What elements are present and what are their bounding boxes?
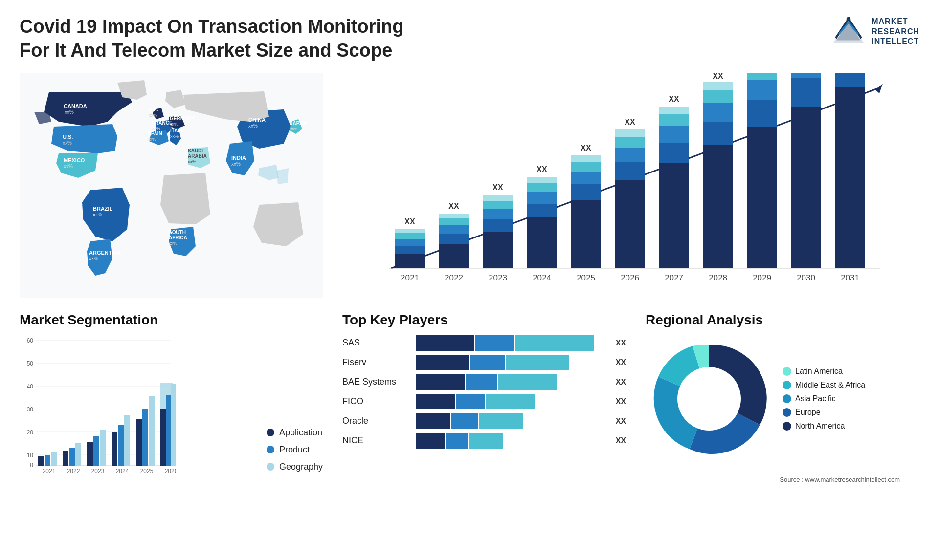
- segmentation-svg: 60 50 40 30 20 10 0: [20, 335, 176, 477]
- label-saudi: SAUDI: [188, 148, 203, 153]
- player-bar-bae: [416, 374, 608, 390]
- player-row-nice: NICE XX: [342, 433, 626, 449]
- svg-rect-44: [527, 192, 557, 204]
- svg-text:xx%: xx%: [64, 164, 73, 169]
- player-bar-sas: [416, 335, 608, 351]
- label-china: CHINA: [248, 117, 266, 123]
- player-row-bae: BAE Systems XX: [342, 374, 626, 390]
- svg-rect-58: [615, 129, 645, 137]
- svg-text:20: 20: [27, 429, 34, 436]
- svg-rect-34: [439, 214, 469, 218]
- page-title: Covid 19 Impact On Transaction Monitorin…: [20, 15, 421, 63]
- label-italy: ITALY: [170, 128, 184, 133]
- svg-rect-116: [87, 442, 93, 466]
- label-us: U.S.: [63, 134, 73, 140]
- svg-rect-40: [483, 195, 513, 201]
- svg-rect-46: [527, 177, 557, 183]
- svg-rect-60: [659, 163, 689, 268]
- svg-rect-114: [69, 448, 75, 466]
- donut-hole: [677, 367, 741, 431]
- svg-rect-25: [395, 246, 425, 254]
- svg-rect-52: [571, 155, 601, 162]
- svg-text:xx%: xx%: [63, 140, 72, 146]
- svg-rect-78: [791, 78, 821, 107]
- svg-text:2028: 2028: [709, 273, 727, 282]
- segmentation-section: Market Segmentation 60 50 40 30 20 10 0: [20, 312, 333, 472]
- svg-text:XX: XX: [404, 217, 415, 226]
- svg-text:XX: XX: [625, 118, 635, 126]
- svg-rect-81: [835, 87, 865, 268]
- seg-bars-container: 60 50 40 30 20 10 0: [20, 335, 257, 472]
- svg-text:2025: 2025: [140, 468, 154, 474]
- svg-rect-55: [615, 162, 645, 180]
- legend-north-america: North America: [782, 422, 865, 431]
- svg-text:50: 50: [27, 360, 34, 367]
- svg-text:XX: XX: [713, 73, 723, 80]
- svg-text:60: 60: [27, 337, 34, 344]
- donut-area: Latin America Middle East & Africa Asia …: [646, 335, 919, 462]
- player-bar-nice: [416, 433, 608, 449]
- svg-text:xx%: xx%: [231, 161, 241, 167]
- svg-text:2024: 2024: [533, 273, 551, 282]
- svg-rect-72: [747, 127, 777, 268]
- svg-rect-128: [160, 409, 165, 466]
- label-brazil: BRAZIL: [93, 206, 113, 212]
- svg-point-3: [847, 17, 851, 21]
- svg-text:40: 40: [27, 383, 34, 390]
- svg-text:xx%: xx%: [169, 241, 177, 246]
- player-bar-oracle: [416, 413, 608, 429]
- label-mexico: MEXICO: [64, 157, 85, 163]
- svg-rect-82: [835, 73, 865, 87]
- svg-text:2021: 2021: [43, 468, 56, 474]
- svg-rect-118: [100, 430, 106, 466]
- svg-text:2024: 2024: [116, 468, 129, 474]
- svg-text:2026: 2026: [621, 273, 639, 282]
- svg-rect-121: [124, 415, 130, 466]
- svg-text:xx%: xx%: [93, 212, 102, 217]
- svg-rect-130: [171, 384, 176, 466]
- svg-text:2022: 2022: [67, 468, 80, 474]
- svg-text:xx%: xx%: [170, 134, 179, 139]
- svg-text:XX: XX: [492, 183, 503, 192]
- svg-text:xx%: xx%: [89, 256, 98, 261]
- regional-section: Regional Analysis Latin Ame: [636, 312, 919, 462]
- svg-rect-115: [75, 443, 81, 466]
- map-section: CANADA xx% U.S. xx% MEXICO xx% BRAZIL xx…: [20, 68, 333, 302]
- player-row-sas: SAS XX: [342, 335, 626, 351]
- bar-chart-section: XX XX XX XX: [333, 68, 919, 302]
- svg-text:2027: 2027: [665, 273, 683, 282]
- svg-text:AFRICA: AFRICA: [169, 235, 187, 240]
- players-list: SAS XX Fiserv XX BAE Sys: [342, 335, 626, 449]
- svg-text:xx%: xx%: [65, 109, 74, 115]
- header: Covid 19 Impact On Transaction Monitorin…: [0, 0, 939, 68]
- svg-rect-57: [615, 137, 645, 148]
- svg-rect-69: [703, 90, 733, 103]
- svg-rect-48: [571, 200, 601, 268]
- svg-rect-51: [571, 162, 601, 172]
- segmentation-title: Market Segmentation: [20, 312, 323, 328]
- svg-rect-124: [149, 396, 155, 466]
- label-india: INDIA: [231, 155, 246, 161]
- content-grid: CANADA xx% U.S. xx% MEXICO xx% BRAZIL xx…: [0, 68, 939, 302]
- svg-text:XX: XX: [448, 202, 459, 210]
- player-bar-fico: [416, 394, 608, 409]
- logo-area: MARKET RESEARCH INTELLECT: [831, 15, 919, 49]
- svg-rect-74: [747, 80, 777, 100]
- svg-rect-66: [703, 145, 733, 268]
- svg-rect-42: [527, 217, 557, 268]
- svg-text:ARABIA: ARABIA: [188, 153, 207, 159]
- svg-text:10: 10: [27, 452, 34, 459]
- legend-geography: Geography: [267, 462, 323, 472]
- svg-rect-49: [571, 184, 601, 200]
- svg-rect-39: [483, 201, 513, 209]
- svg-rect-112: [51, 452, 57, 466]
- label-germany: GERMANY: [170, 116, 195, 121]
- logo-icon: [831, 15, 866, 49]
- svg-rect-36: [483, 232, 513, 268]
- svg-rect-43: [527, 204, 557, 217]
- donut-legend: Latin America Middle East & Africa Asia …: [782, 367, 865, 431]
- legend-middle-east-africa: Middle East & Africa: [782, 381, 865, 389]
- world-map: CANADA xx% U.S. xx% MEXICO xx% BRAZIL xx…: [20, 73, 323, 298]
- svg-rect-63: [659, 114, 689, 126]
- bottom-grid: Market Segmentation 60 50 40 30 20 10 0: [0, 302, 939, 472]
